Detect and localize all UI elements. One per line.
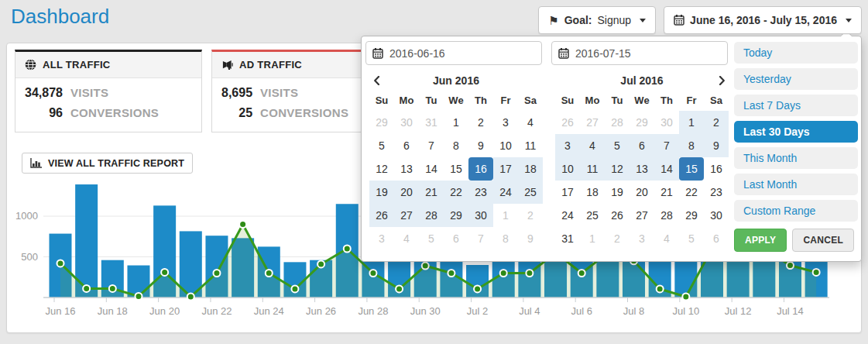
- calendar-day[interactable]: 5: [679, 227, 704, 250]
- calendar-day[interactable]: 19: [605, 181, 630, 204]
- calendar-day[interactable]: 2: [518, 204, 543, 227]
- calendar-day[interactable]: 22: [679, 181, 704, 204]
- calendar-day[interactable]: 17: [493, 157, 518, 181]
- calendar-day[interactable]: 4: [518, 111, 543, 134]
- calendar-next-button[interactable]: [712, 71, 731, 90]
- calendar-prev-button[interactable]: [367, 71, 386, 90]
- calendar-day[interactable]: 28: [654, 204, 679, 227]
- calendar-day[interactable]: 18: [518, 157, 543, 181]
- preset-custom-range[interactable]: Custom Range: [734, 200, 858, 222]
- calendar-day[interactable]: 24: [493, 181, 518, 204]
- calendar-day[interactable]: 25: [580, 204, 605, 227]
- calendar-day[interactable]: 20: [630, 181, 654, 204]
- calendar-day[interactable]: 4: [394, 227, 419, 250]
- calendar-day[interactable]: 8: [679, 134, 704, 157]
- calendar-day[interactable]: 30: [394, 111, 419, 134]
- calendar-day[interactable]: 28: [419, 204, 444, 227]
- preset-today[interactable]: Today: [734, 42, 858, 64]
- calendar-day[interactable]: 29: [679, 204, 704, 227]
- calendar-day[interactable]: 22: [444, 181, 468, 204]
- calendar-day[interactable]: 25: [518, 181, 543, 204]
- calendar-day[interactable]: 8: [444, 134, 468, 157]
- calendar-day[interactable]: 17: [555, 181, 580, 204]
- calendar-day[interactable]: 2: [605, 227, 630, 250]
- calendar-day[interactable]: 6: [394, 134, 419, 157]
- cancel-button[interactable]: CANCEL: [792, 229, 854, 252]
- calendar-day[interactable]: 16: [704, 157, 729, 181]
- calendar-day[interactable]: 8: [493, 227, 518, 250]
- preset-last-30-days[interactable]: Last 30 Days: [734, 121, 858, 143]
- calendar-day[interactable]: 5: [419, 227, 444, 250]
- calendar-day[interactable]: 12: [605, 157, 630, 181]
- start-date-input[interactable]: [365, 41, 542, 65]
- calendar-day[interactable]: 24: [555, 204, 580, 227]
- apply-button[interactable]: APPLY: [734, 229, 787, 252]
- calendar-day[interactable]: 30: [704, 204, 729, 227]
- calendar-day[interactable]: 4: [654, 227, 679, 250]
- calendar-day[interactable]: 30: [468, 204, 493, 227]
- calendar-day[interactable]: 21: [654, 181, 679, 204]
- calendar-day[interactable]: 6: [704, 227, 729, 250]
- preset-last-month[interactable]: Last Month: [734, 174, 858, 195]
- calendar-day[interactable]: 16: [468, 157, 493, 181]
- calendar-day[interactable]: 6: [630, 134, 654, 157]
- calendar-day[interactable]: 9: [704, 134, 729, 157]
- calendar-day[interactable]: 3: [630, 227, 654, 250]
- calendar-day[interactable]: 11: [580, 157, 605, 181]
- calendar-day[interactable]: 3: [493, 111, 518, 134]
- calendar-day[interactable]: 9: [468, 134, 493, 157]
- calendar-day[interactable]: 5: [369, 134, 394, 157]
- calendar-day[interactable]: 2: [704, 111, 729, 134]
- calendar-day[interactable]: 1: [679, 111, 704, 134]
- calendar-day[interactable]: 9: [518, 227, 543, 250]
- calendar-day[interactable]: 14: [419, 157, 444, 181]
- calendar-day[interactable]: 7: [419, 134, 444, 157]
- calendar-day[interactable]: 7: [468, 227, 493, 250]
- calendar-day[interactable]: 15: [679, 157, 704, 181]
- calendar-day[interactable]: 26: [555, 111, 580, 134]
- preset-last-7-days[interactable]: Last 7 Days: [734, 95, 858, 116]
- calendar-day[interactable]: 4: [580, 134, 605, 157]
- calendar-day[interactable]: 27: [394, 204, 419, 227]
- calendar-day[interactable]: 28: [605, 111, 630, 134]
- calendar-day[interactable]: 23: [704, 181, 729, 204]
- calendar-day[interactable]: 26: [369, 204, 394, 227]
- calendar-day[interactable]: 20: [394, 181, 419, 204]
- calendar-day[interactable]: 5: [605, 134, 630, 157]
- calendar-day[interactable]: 3: [555, 134, 580, 157]
- calendar-day[interactable]: 1: [580, 227, 605, 250]
- goal-dropdown-button[interactable]: ⚑ Goal: Signup: [538, 6, 656, 34]
- calendar-day[interactable]: 19: [369, 181, 394, 204]
- calendar-day[interactable]: 27: [630, 204, 654, 227]
- calendar-day[interactable]: 21: [419, 181, 444, 204]
- calendar-day[interactable]: 29: [444, 204, 468, 227]
- calendar-day[interactable]: 14: [654, 157, 679, 181]
- calendar-day[interactable]: 23: [468, 181, 493, 204]
- calendar-day[interactable]: 31: [555, 227, 580, 250]
- calendar-day[interactable]: 29: [369, 111, 394, 134]
- calendar-day[interactable]: 11: [518, 134, 543, 157]
- view-all-traffic-report-button[interactable]: VIEW ALL TRAFFIC REPORT: [22, 153, 193, 174]
- date-range-button[interactable]: June 16, 2016 - July 15, 2016: [664, 6, 862, 34]
- preset-yesterday[interactable]: Yesterday: [734, 68, 858, 90]
- calendar-day[interactable]: 31: [419, 111, 444, 134]
- calendar-day[interactable]: 1: [493, 204, 518, 227]
- end-date-input[interactable]: [551, 41, 728, 65]
- calendar-day[interactable]: 12: [369, 157, 394, 181]
- calendar-day[interactable]: 1: [444, 111, 468, 134]
- calendar-day[interactable]: 18: [580, 181, 605, 204]
- preset-this-month[interactable]: This Month: [734, 147, 858, 169]
- calendar-day[interactable]: 2: [468, 111, 493, 134]
- calendar-day[interactable]: 6: [444, 227, 468, 250]
- calendar-day[interactable]: 15: [444, 157, 468, 181]
- calendar-day[interactable]: 3: [369, 227, 394, 250]
- calendar-day[interactable]: 7: [654, 134, 679, 157]
- calendar-day[interactable]: 27: [580, 111, 605, 134]
- calendar-day[interactable]: 13: [394, 157, 419, 181]
- calendar-day[interactable]: 30: [654, 111, 679, 134]
- calendar-day[interactable]: 29: [630, 111, 654, 134]
- calendar-day[interactable]: 13: [630, 157, 654, 181]
- calendar-day[interactable]: 26: [605, 204, 630, 227]
- calendar-day[interactable]: 10: [555, 157, 580, 181]
- calendar-day[interactable]: 10: [493, 134, 518, 157]
